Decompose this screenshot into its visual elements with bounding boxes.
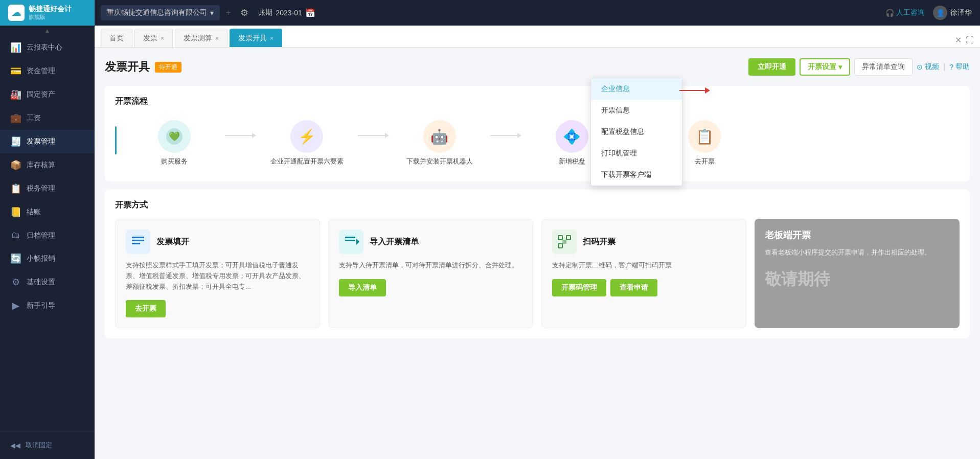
settings-btn-label: 开票设置 xyxy=(808,62,836,72)
step5-icon: 📋 xyxy=(688,120,721,153)
method-fill-header: 发票填开 xyxy=(126,230,309,254)
scan-apply-btn[interactable]: 查看申请 xyxy=(610,279,657,296)
clipboard-icon: 📋 xyxy=(10,183,21,194)
settings-btn[interactable]: 开票设置 ▾ xyxy=(800,58,850,76)
dropdown-company-info[interactable]: 企业信息 xyxy=(591,78,682,100)
sidebar-item-label: 库存核算 xyxy=(27,160,55,170)
help-btn[interactable]: ? 帮助 xyxy=(949,62,970,72)
red-arrow xyxy=(679,87,710,94)
header-actions: 立即开通 开票设置 ▾ 异常清单查询 ⊙ 视频 | ? 帮助 xyxy=(748,58,970,76)
support-btn[interactable]: 🎧 人工咨询 xyxy=(885,8,925,17)
tab-fapiao-close[interactable]: × xyxy=(161,35,164,42)
tab-fapiaocesuan[interactable]: 发票测算 × xyxy=(175,29,227,47)
fill-title: 发票填开 xyxy=(156,237,189,247)
step5-label: 去开票 xyxy=(695,157,715,166)
username: 徐泽华 xyxy=(950,8,972,17)
company-selector[interactable]: 重庆畅捷交通信息咨询有限公司 ▾ xyxy=(101,5,220,20)
sidebar-item-kucun[interactable]: 📦 库存核算 xyxy=(0,153,95,177)
sidebar-item-shuiwu[interactable]: 📋 税务管理 xyxy=(0,177,95,200)
sidebar-item-label: 资金管理 xyxy=(27,66,55,76)
main-content: 发票开具 待开通 立即开通 开票设置 ▾ 异常清单查询 ⊙ 视频 | ? 帮助 xyxy=(95,48,980,459)
method-boss-header: 老板端开票 xyxy=(765,229,949,241)
fill-desc: 支持按照发票样式手工填开发票；可开具增值税电子普通发票、增值税普通发票、增值税专… xyxy=(126,260,309,292)
svg-rect-4 xyxy=(132,240,144,241)
gear-icon: ⚙ xyxy=(10,277,21,288)
sidebar-item-guidang[interactable]: 🗂 归档管理 xyxy=(0,224,95,247)
sidebar-item-label: 基础设置 xyxy=(27,278,55,287)
calendar-icon[interactable]: 📅 xyxy=(305,8,315,18)
sidebar-item-label: 工资 xyxy=(27,113,41,123)
method-scan-header: 扫码开票 xyxy=(552,230,736,254)
dropdown-printer[interactable]: 打印机管理 xyxy=(591,143,682,164)
sidebar-item-label: 新手引导 xyxy=(27,301,55,310)
step2-icon: ⚡ xyxy=(290,120,323,153)
tab-home[interactable]: 首页 xyxy=(101,29,132,47)
scroll-up[interactable]: ▲ xyxy=(0,26,95,36)
unpin-label: 取消固定 xyxy=(26,441,52,450)
sidebar-item-xiaochang[interactable]: 🔄 小畅报销 xyxy=(0,247,95,270)
sidebar-item-label: 税务管理 xyxy=(27,184,55,193)
tab-home-label: 首页 xyxy=(109,34,124,43)
dropdown-invoice-info[interactable]: 开票信息 xyxy=(591,100,682,121)
sidebar-item-label: 小畅报销 xyxy=(27,254,55,263)
settings-icon[interactable]: ⚙ xyxy=(237,5,252,20)
dropdown-download-client[interactable]: 下载开票客户端 xyxy=(591,164,682,186)
sidebar-item-zijin[interactable]: 💳 资金管理 xyxy=(0,59,95,83)
step4-label: 新增税盘 xyxy=(559,157,585,166)
query-btn[interactable]: 异常清单查询 xyxy=(854,58,913,76)
sidebar-item-label: 归档管理 xyxy=(27,231,55,240)
import-btn[interactable]: 导入清单 xyxy=(339,279,386,296)
tab-fapiao[interactable]: 发票 × xyxy=(134,29,173,47)
user-area[interactable]: 👤 徐泽华 xyxy=(933,6,972,20)
sidebar-item-gongzi[interactable]: 💼 工资 xyxy=(0,106,95,130)
activate-btn[interactable]: 立即开通 xyxy=(748,58,795,76)
sidebar-item-label: 固定资产 xyxy=(27,90,55,99)
video-btn[interactable]: ⊙ 视频 xyxy=(917,62,939,72)
receipt-icon: 🧾 xyxy=(10,136,21,147)
logo-area: ☁ 畅捷通好会计 旗舰版 xyxy=(0,0,95,26)
flow-arrow-3 xyxy=(490,135,521,136)
credit-icon: 💳 xyxy=(10,65,21,77)
chevron-down-icon: ▾ xyxy=(210,9,214,17)
step1-label: 购买服务 xyxy=(161,157,188,166)
sidebar-item-xinshou[interactable]: ▶ 新手引导 xyxy=(0,294,95,317)
step3-label: 下载并安装开票机器人 xyxy=(406,157,473,166)
flow-step-3: 🤖 下载并安装开票机器人 xyxy=(389,120,490,166)
status-badge: 待开通 xyxy=(155,62,181,73)
sidebar-item-yunbao[interactable]: 📊 云报表中心 xyxy=(0,36,95,59)
tab-cesuan-close[interactable]: × xyxy=(215,35,219,42)
flow-section: 开票流程 💚 购买服务 ⚡ 企业开通配置开票六要素 🤖 下载并安装开票机器人 xyxy=(105,86,970,181)
sidebar-item-jiezhang[interactable]: 📒 结账 xyxy=(0,200,95,224)
play-icon: ▶ xyxy=(10,300,21,311)
factory-icon: 🏭 xyxy=(10,89,21,100)
unpin-btn[interactable]: ◀◀ 取消固定 xyxy=(0,435,95,455)
flow-arrow-1 xyxy=(225,135,256,136)
refresh-icon: 🔄 xyxy=(10,253,21,264)
sidebar: ▲ 📊 云报表中心 💳 资金管理 🏭 固定资产 💼 工资 🧾 发票管理 📦 库存… xyxy=(0,26,95,459)
methods-title: 开票方式 xyxy=(115,200,960,211)
fill-go-btn[interactable]: 去开票 xyxy=(126,300,166,317)
scan-code-btn[interactable]: 开票码管理 xyxy=(552,279,606,296)
import-icon xyxy=(339,230,363,254)
close-all-btn[interactable]: ✕ xyxy=(955,35,962,45)
scan-desc: 支持定制开票二维码，客户端可扫码开票 xyxy=(552,260,736,271)
settings-dropdown: 企业信息 开票信息 配置税盘信息 打印机管理 下载开票客户端 xyxy=(590,78,682,186)
svg-text:💚: 💚 xyxy=(169,131,180,142)
methods-section: 开票方式 发票填开 支持按照发票样式手工填开发票；可开具增值税电子普通发 xyxy=(105,190,970,338)
method-card-boss: 老板端开票 查看老板端小程序提交的开票申请，并作出相应的处理。 敬请期待 xyxy=(755,219,960,328)
tab-kaiju-label: 发票开具 xyxy=(238,34,267,43)
sidebar-item-fapiao[interactable]: 🧾 发票管理 xyxy=(0,130,95,153)
sidebar-item-jichu[interactable]: ⚙ 基础设置 xyxy=(0,270,95,294)
separator: | xyxy=(943,62,945,72)
sidebar-bottom: ◀◀ 取消固定 xyxy=(0,431,95,459)
flow-steps: 💚 购买服务 ⚡ 企业开通配置开票六要素 🤖 下载并安装开票机器人 💠 新增税盘 xyxy=(115,115,960,171)
sidebar-item-guding[interactable]: 🏭 固定资产 xyxy=(0,83,95,106)
divider: + xyxy=(226,8,231,17)
dropdown-tax-config[interactable]: 配置税盘信息 xyxy=(591,121,682,143)
tab-kaiju-close[interactable]: × xyxy=(270,35,274,42)
page-title-area: 发票开具 待开通 xyxy=(105,59,181,75)
import-footer: 导入清单 xyxy=(339,279,522,296)
maximize-btn[interactable]: ⛶ xyxy=(966,36,974,45)
tab-fapiaokuaiju[interactable]: 发票开具 × xyxy=(230,29,282,47)
period-value: 2023-01 xyxy=(276,9,302,17)
